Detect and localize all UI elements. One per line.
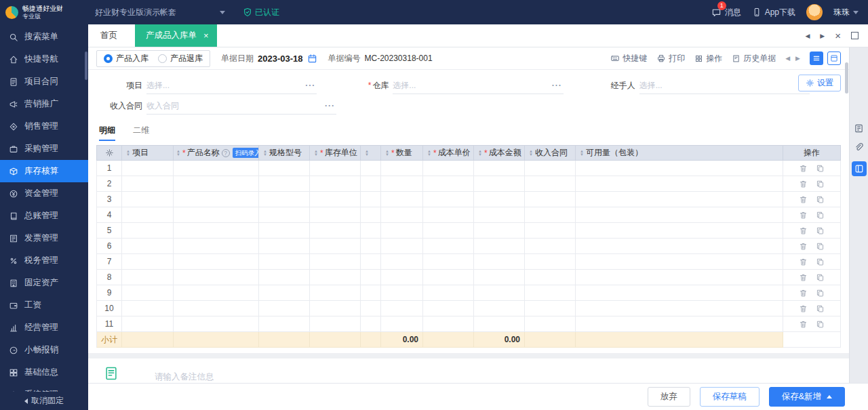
doc-number-value[interactable]: MC-20230318-001: [365, 54, 433, 63]
copy-row-icon[interactable]: [816, 304, 825, 313]
cell-cost-amount[interactable]: [474, 316, 525, 332]
cell-cost-amount[interactable]: [474, 285, 525, 301]
sidebar-item-purchase[interactable]: 采购管理: [0, 138, 88, 160]
sidebar-item-nav[interactable]: 快捷导航: [0, 48, 88, 70]
note-input[interactable]: [155, 372, 838, 382]
tabs-scroll-right-icon[interactable]: ▶: [820, 33, 825, 39]
actions-menu-button[interactable]: 操作: [694, 53, 722, 64]
print-button[interactable]: 打印: [656, 53, 685, 64]
cell-product-name[interactable]: [174, 207, 259, 223]
cell-aux[interactable]: [361, 316, 381, 332]
sidebar-item-system[interactable]: 系统管理: [0, 384, 88, 392]
cell-qty[interactable]: [381, 316, 423, 332]
cell-aux[interactable]: [361, 192, 381, 207]
cell-cost-amount[interactable]: [474, 207, 525, 223]
cell-aux[interactable]: [361, 161, 381, 176]
cell-income-contract[interactable]: [525, 239, 576, 254]
cell-unit-cost[interactable]: [423, 239, 474, 254]
delete-row-icon[interactable]: [799, 320, 808, 329]
col-available[interactable]: ▲▼ 可用量（包装）: [576, 145, 783, 161]
sidebar-item-tax[interactable]: 税务管理: [0, 249, 88, 272]
col-qty[interactable]: ▲▼ * 数量: [381, 145, 423, 161]
cell-product-name[interactable]: [174, 192, 259, 207]
cell-stock-unit[interactable]: [310, 239, 361, 254]
cell-income-contract[interactable]: [525, 270, 576, 285]
cell-aux[interactable]: [361, 239, 381, 254]
sort-icon[interactable]: ▲▼: [126, 150, 130, 157]
cell-unit-cost[interactable]: [423, 301, 474, 316]
sort-icon[interactable]: ▲▼: [263, 150, 267, 157]
cell-product-name[interactable]: [174, 270, 259, 285]
cell-unit-cost[interactable]: [423, 192, 474, 207]
radio-product-return[interactable]: 产品退库: [158, 53, 203, 64]
cell-aux[interactable]: [361, 285, 381, 301]
calendar-icon[interactable]: [307, 54, 317, 64]
cell-cost-amount[interactable]: [474, 270, 525, 285]
history-button[interactable]: 历史单据: [732, 53, 776, 64]
sidebar-item-info[interactable]: 基础信息: [0, 361, 88, 384]
cell-aux[interactable]: [361, 207, 381, 223]
project-input[interactable]: [146, 81, 304, 90]
cell-spec[interactable]: [259, 223, 310, 239]
delete-row-icon[interactable]: [799, 164, 808, 173]
delete-row-icon[interactable]: [799, 273, 808, 282]
tab-product-inbound[interactable]: 产成品入库单 ×: [135, 24, 217, 47]
cell-spec[interactable]: [259, 270, 310, 285]
discard-button[interactable]: 放弃: [648, 387, 690, 407]
col-spec[interactable]: ▲▼ 规格型号: [259, 145, 310, 161]
settings-button[interactable]: 设置: [798, 75, 841, 91]
sidebar-item-invoice[interactable]: 发票管理: [0, 227, 88, 249]
side-panel-toggle-icon[interactable]: [852, 161, 867, 176]
close-all-tabs-icon[interactable]: ×: [835, 30, 841, 41]
cell-unit-cost[interactable]: [423, 161, 474, 176]
cell-cost-amount[interactable]: [474, 192, 525, 207]
scan-entry-badge[interactable]: 扫码录入: [233, 148, 259, 157]
cell-qty[interactable]: [381, 270, 423, 285]
cell-aux[interactable]: [361, 301, 381, 316]
sidebar-item-sales[interactable]: 销售管理: [0, 115, 88, 138]
col-product-name[interactable]: ▲▼ * 产品名称 ? 扫码录入: [174, 145, 259, 161]
related-docs-icon[interactable]: [854, 123, 864, 134]
radio-product-inbound[interactable]: 产品入库: [104, 53, 149, 64]
tabs-scroll-left-icon[interactable]: ◀: [805, 33, 810, 39]
sidebar-item-search[interactable]: 搜索菜单: [0, 26, 88, 48]
delete-row-icon[interactable]: [799, 304, 808, 313]
sort-icon[interactable]: ▲▼: [478, 150, 482, 157]
cell-spec[interactable]: [259, 192, 310, 207]
cell-project[interactable]: [122, 254, 174, 270]
cell-unit-cost[interactable]: [423, 270, 474, 285]
cell-unit-cost[interactable]: [423, 254, 474, 270]
income-contract-picker-icon[interactable]: ···: [323, 101, 336, 110]
delete-row-icon[interactable]: [799, 258, 808, 266]
cell-project[interactable]: [122, 301, 174, 316]
cell-product-name[interactable]: [174, 176, 259, 192]
copy-row-icon[interactable]: [816, 180, 825, 188]
cell-available[interactable]: [576, 207, 783, 223]
col-cost-amount[interactable]: ▲▼ * 成本金额: [474, 145, 525, 161]
copy-row-icon[interactable]: [816, 242, 825, 251]
cell-stock-unit[interactable]: [310, 176, 361, 192]
cell-qty[interactable]: [381, 176, 423, 192]
cell-stock-unit[interactable]: [310, 270, 361, 285]
column-settings-cell[interactable]: [96, 145, 122, 161]
view-mode-panel-button[interactable]: [827, 52, 841, 65]
cell-spec[interactable]: [259, 161, 310, 176]
save-and-new-button[interactable]: 保存&新增: [769, 387, 845, 407]
sidebar-item-expense[interactable]: 小畅报销: [0, 339, 88, 361]
sidebar-item-inventory[interactable]: 库存核算: [0, 160, 88, 182]
cell-project[interactable]: [122, 176, 174, 192]
warehouse-input[interactable]: [393, 81, 550, 90]
cell-stock-unit[interactable]: [310, 192, 361, 207]
copy-row-icon[interactable]: [816, 195, 825, 204]
cell-stock-unit[interactable]: [310, 301, 361, 316]
cell-income-contract[interactable]: [525, 176, 576, 192]
cell-stock-unit[interactable]: [310, 254, 361, 270]
project-picker-icon[interactable]: ···: [304, 81, 317, 90]
cell-project[interactable]: [122, 285, 174, 301]
tab-close-icon[interactable]: ×: [203, 31, 209, 40]
cell-income-contract[interactable]: [525, 223, 576, 239]
cell-qty[interactable]: [381, 207, 423, 223]
sort-icon[interactable]: ▲▼: [385, 150, 389, 157]
delete-row-icon[interactable]: [799, 195, 808, 204]
cell-cost-amount[interactable]: [474, 161, 525, 176]
